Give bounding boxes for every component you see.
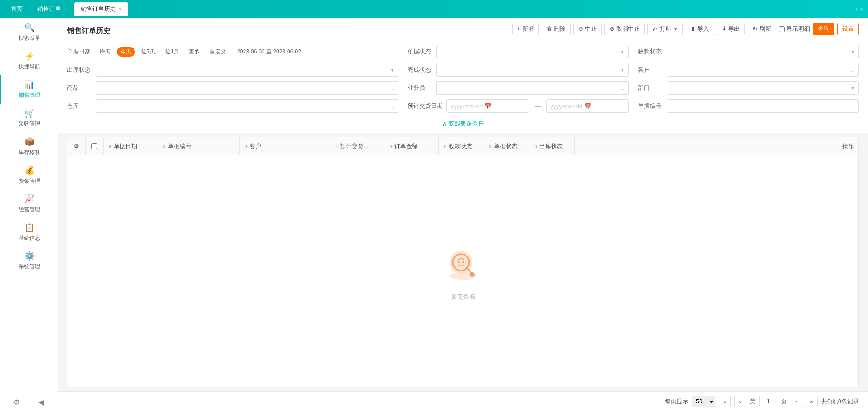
sidebar-item-sales-mgmt[interactable]: 📊 销售管理 [0,75,58,104]
import-button[interactable]: ⬆ 导入 [686,23,714,35]
page-number-input[interactable] [759,396,777,407]
th-delivery[interactable]: ⇅ 预计交货... [330,137,384,155]
out-status-label: 出库状态 [67,66,92,74]
delete-button[interactable]: 🗑 删除 [542,23,571,35]
tab-sales-order-history-close[interactable]: × [119,6,121,12]
collapse-label: 收起更多条件 [449,119,484,127]
top-bar-right: — □ × [844,6,863,13]
add-button[interactable]: + 新增 [512,23,539,35]
date-btn-1month[interactable]: 近1月 [162,47,183,57]
date-btn-custom[interactable]: 自定义 [206,47,230,57]
settings-button[interactable]: 设置 [837,23,859,35]
stop-button[interactable]: ⊘ 中止 [573,23,602,35]
tab-sales-order-close[interactable]: × [63,6,66,12]
sidebar-item-search-menu[interactable]: 🔍 搜索菜单 [0,18,58,47]
th-customer[interactable]: ⇅ 客户 [240,137,330,155]
refresh-button-label: ↻ 刷新 [753,25,771,33]
prev-page-button[interactable]: ‹ [734,396,746,407]
next-page-button[interactable]: › [791,396,802,407]
date-btn-more[interactable]: 更多 [185,47,203,57]
complete-status-arrow: ▼ [620,68,625,73]
th-pay-status[interactable]: ⇅ 收款状态 [439,137,484,155]
search-menu-icon: 🔍 [24,23,34,33]
collapse-bar[interactable]: ∧ 收起更多条件 [67,117,859,127]
th-amount[interactable]: ⇅ 订单金额 [384,137,439,155]
tab-sales-order-history[interactable]: 销售订单历史 × [74,2,128,16]
th-amount-label: 订单金额 [394,142,418,150]
customer-dots[interactable]: ... [849,66,855,73]
window-maximize[interactable]: □ [853,6,857,13]
warehouse-input[interactable]: ... [96,99,398,113]
print-button[interactable]: 🖨 打印 ▼ [647,23,683,35]
sidebar-item-quick-nav[interactable]: ⚡ 快捷导航 [0,47,58,75]
settings-gear-icon[interactable]: ⚙ [74,143,79,150]
sort-amount-icon: ⇅ [389,144,393,149]
export-button-label: ⬇ 导出 [722,25,740,33]
top-bar: 首页 销售订单 × 销售订单历史 × — □ × [0,0,868,18]
sidebar-item-purchase-mgmt[interactable]: 🛒 采购管理 [0,104,58,132]
per-page-select[interactable]: 20 50 100 [692,396,715,407]
th-checkbox[interactable] [86,137,104,155]
sidebar-item-operations-label: 经营管理 [19,206,40,213]
cancel-stop-button[interactable]: ⊘ 取消中止 [604,23,645,35]
quick-nav-icon: ⚡ [24,51,34,61]
th-date[interactable]: ⇅ 单据日期 [104,137,158,155]
purchase-mgmt-icon: 🛒 [24,108,34,118]
salesman-dots[interactable]: ... [619,84,625,92]
sidebar-settings-icon[interactable]: ⚙ [14,398,20,406]
th-order-status[interactable]: ⇅ 单据状态 [484,137,529,155]
filter-receipt-status: 收款状态 ▼ [638,45,859,58]
order-no-input[interactable] [667,99,859,113]
order-status-select[interactable]: ▼ [436,45,628,58]
receipt-status-select[interactable]: ▼ [667,45,859,58]
sidebar-item-sys-mgmt-label: 系统管理 [19,263,40,271]
th-customer-label: 客户 [249,142,261,150]
delivery-end-input[interactable]: yyyy-mm-dd 📅 [546,99,629,113]
calendar-end-icon[interactable]: 📅 [584,103,591,110]
out-status-select[interactable]: ▼ [96,63,398,77]
sidebar: 🔍 搜索菜单 ⚡ 快捷导航 📊 销售管理 🛒 采购管理 📦 库存核算 💰 资金管… [0,18,58,411]
sales-mgmt-icon: 📊 [24,80,34,90]
sidebar-item-base-info[interactable]: 📋 基础信息 [0,218,58,247]
sidebar-item-finance[interactable]: 💰 资金管理 [0,161,58,189]
tab-sales-order[interactable]: 销售订单 × [31,2,72,16]
tab-home[interactable]: 首页 [5,2,29,16]
goods-input[interactable]: ... [96,81,398,95]
empty-illustration [441,242,486,287]
query-button[interactable]: 查询 [813,23,834,35]
window-close[interactable]: × [860,6,863,13]
sidebar-item-sys-mgmt[interactable]: ⚙️ 系统管理 [0,247,58,275]
sort-order-status-icon: ⇅ [489,144,492,149]
warehouse-label: 仓库 [67,102,92,110]
select-all-checkbox[interactable] [91,143,97,149]
sidebar-collapse-icon[interactable]: ◀ [38,398,44,406]
date-btn-7days[interactable]: 近7天 [138,47,159,57]
date-btn-today[interactable]: 今天 [117,47,135,57]
show-detail-input[interactable] [779,26,785,32]
customer-input[interactable]: ... [667,63,859,77]
refresh-button[interactable]: ↻ 刷新 [748,23,776,35]
th-out-status[interactable]: ⇅ 出库状态 [529,137,575,155]
operations-icon: 📈 [24,194,34,204]
date-btn-yesterday[interactable]: 昨天 [96,47,114,57]
sidebar-bottom: ⚙ ◀ [0,393,58,411]
salesman-input[interactable]: ... [436,81,628,95]
complete-status-select[interactable]: ▼ [436,63,628,77]
dept-select[interactable]: ▼ [667,81,859,95]
th-settings[interactable]: ⚙ [67,137,86,155]
first-page-button[interactable]: « [719,396,731,407]
window-minimize[interactable]: — [844,6,849,13]
delivery-start-input[interactable]: yyyy-mm-dd 📅 [446,99,529,113]
show-detail-checkbox[interactable]: 显示明细 [779,25,810,33]
sidebar-item-inventory[interactable]: 📦 库存核算 [0,132,58,161]
filter-order-status: 单据状态 ▼ [408,45,628,58]
sidebar-item-inventory-label: 库存核算 [19,149,40,156]
th-order-no[interactable]: ⇅ 单据编号 [158,137,240,155]
calendar-start-icon[interactable]: 📅 [484,103,492,110]
sidebar-item-operations[interactable]: 📈 经营管理 [0,189,58,218]
last-page-button[interactable]: » [806,396,818,407]
th-order-status-label: 单据状态 [494,142,518,150]
goods-dots[interactable]: ... [389,84,395,92]
export-button[interactable]: ⬇ 导出 [717,23,745,35]
warehouse-dots[interactable]: ... [389,102,395,110]
